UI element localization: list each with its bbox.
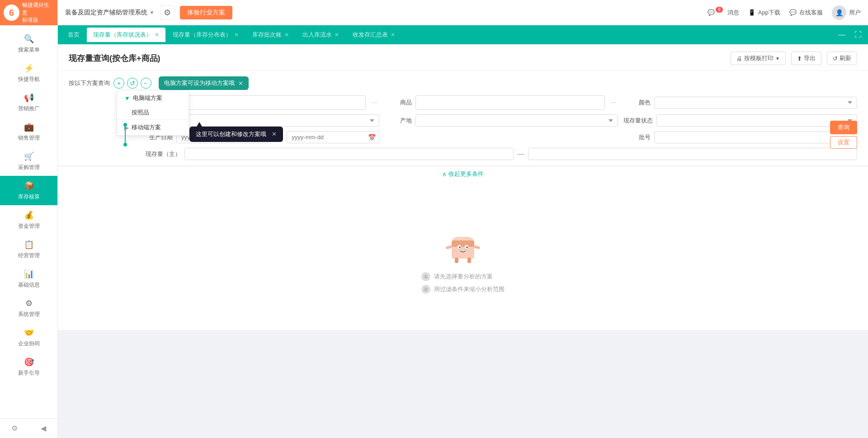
batch-input[interactable] (654, 131, 857, 143)
filter-field-batch: 批号 (623, 131, 857, 143)
page-title: 现存量查询(按仓库+商品) (69, 53, 160, 64)
product-dots-icon[interactable]: ··· (609, 99, 618, 107)
scheme-pc-item[interactable]: ▼ 电脑端方案 (117, 90, 189, 106)
date-to-input[interactable] (287, 131, 379, 143)
filter-field-status: 现存量状态 (623, 114, 857, 127)
tab-close-icon[interactable]: ✕ (155, 32, 159, 38)
export-label: 导出 (804, 54, 816, 62)
size-select[interactable] (176, 114, 379, 127)
basic-icon: 📊 (24, 268, 34, 279)
sidebar-item-operation[interactable]: 📋 经营管理 (0, 235, 57, 264)
tab-inventory-status[interactable]: 现存量（库存状况表） ✕ (87, 28, 165, 42)
sidebar-settings-button[interactable]: ⚙ (11, 424, 18, 433)
tab-minimize-button[interactable]: — (835, 28, 848, 41)
stock-to-input[interactable] (528, 148, 857, 160)
user-action[interactable]: 👤 用户 (832, 5, 861, 20)
tab-inventory-distribution[interactable]: 现存量（库存分布表） ✕ (166, 28, 245, 42)
scheme-edit-tooltip-close-button[interactable]: ✕ (272, 131, 277, 137)
sidebar-item-quicknav[interactable]: ⚡ 快捷导航 (0, 58, 57, 88)
tab-label: 出入库流水 (302, 31, 332, 39)
sidebar-item-cooperation[interactable]: 🤝 企业协同 (0, 323, 57, 352)
scheme-mobile-item[interactable]: ▶ 移动端方案 (117, 119, 189, 135)
sidebar-item-guide[interactable]: 🎯 新手引导 (0, 352, 57, 381)
online-support-action[interactable]: 💬 在线客服 (789, 9, 823, 17)
sidebar-item-label: 快捷导航 (18, 75, 40, 83)
export-button[interactable]: ⬆ 导出 (791, 52, 821, 65)
refresh-button[interactable]: ↺ 刷新 (827, 52, 857, 65)
calendar-to-icon[interactable]: 📅 (368, 134, 376, 141)
sidebar-item-label: 企业协同 (18, 340, 40, 348)
status-select[interactable] (656, 114, 857, 127)
search-button[interactable]: 查询 (830, 121, 857, 134)
set-button[interactable]: 设置 (830, 136, 857, 149)
scheme-tooltip-close-button[interactable]: ✕ (238, 80, 243, 87)
scheme-pc-sub-item[interactable]: 按照品 (117, 106, 189, 119)
print-button[interactable]: 🖨 按模板打印 ▼ (731, 52, 786, 65)
stock-main-label: 现存量（主） (146, 150, 181, 158)
message-label: 消息 (727, 9, 739, 17)
color-select[interactable] (654, 97, 857, 109)
page-actions: 🖨 按模板打印 ▼ ⬆ 导出 ↺ 刷新 (731, 52, 857, 65)
quicknav-icon: ⚡ (24, 63, 34, 74)
scheme-mobile-label: 移动端方案 (132, 123, 161, 132)
scheme-edit-tooltip-text: 这里可以创建和修改方案哦 (196, 131, 266, 137)
scheme-tooltip: 电脑方案可设为移动方案哦 ✕ (159, 76, 249, 90)
tab-inout-flow[interactable]: 出入库流水 ✕ (296, 28, 345, 42)
color-label: 颜色 (623, 99, 651, 107)
tab-close-icon[interactable]: ✕ (284, 32, 289, 38)
tab-close-icon[interactable]: ✕ (335, 32, 339, 38)
tab-close-icon[interactable]: ✕ (391, 32, 395, 38)
tab-label: 现存量（库存分布表） (173, 31, 231, 39)
sidebar-item-basic[interactable]: 📊 基础信息 (0, 264, 57, 293)
tab-label: 现存量（库存状况表） (93, 31, 152, 39)
page-area: 现存量查询(按仓库+商品) 🖨 按模板打印 ▼ ⬆ 导出 ↺ 刷新 (58, 44, 868, 438)
system-name-dropdown[interactable]: 装备及固定资产辅助管理系统 ▼ (65, 9, 155, 17)
empty-hint-1: ① 请先选择要分析的方案 (421, 272, 505, 281)
sidebar-item-finance[interactable]: 💰 资金管理 (0, 205, 57, 235)
sidebar-bottom: ⚙ ◀ (0, 418, 57, 438)
warehouse-input[interactable] (176, 95, 366, 110)
origin-select[interactable] (415, 114, 618, 127)
sidebar-item-marketing[interactable]: 📢 营销推广 (0, 88, 57, 117)
message-action[interactable]: 💬 8 消息 (708, 9, 739, 17)
tab-summary[interactable]: 收发存汇总表 ✕ (346, 28, 401, 42)
sidebar-item-search[interactable]: 🔍 搜索菜单 (0, 29, 57, 58)
message-icon: 💬 (708, 9, 715, 16)
industry-plan-button[interactable]: 体验行业方案 (180, 6, 232, 19)
product-input[interactable] (415, 95, 605, 110)
tab-maximize-button[interactable]: ⛶ (852, 28, 864, 41)
svg-rect-8 (455, 258, 458, 263)
svg-rect-7 (473, 245, 480, 249)
sidebar-item-purchase[interactable]: 🛒 采购管理 (0, 146, 57, 176)
tab-label: 库存批次账 (252, 31, 282, 39)
stock-from-input[interactable] (184, 148, 514, 160)
page-header: 现存量查询(按仓库+商品) 🖨 按模板打印 ▼ ⬆ 导出 ↺ 刷新 (58, 44, 868, 71)
tab-batch-account[interactable]: 库存批次账 ✕ (246, 28, 295, 42)
cooperation-icon: 🤝 (24, 327, 34, 338)
svg-rect-6 (445, 245, 452, 249)
filter-back-button[interactable]: ← (141, 78, 151, 89)
warehouse-dots-icon[interactable]: ··· (369, 99, 379, 107)
sidebar-item-inventory[interactable]: 📦 库存核算 (0, 176, 57, 205)
svg-rect-1 (452, 240, 474, 247)
app-download-action[interactable]: 📱 App下载 (748, 9, 780, 17)
sidebar-item-label: 营销推广 (18, 105, 40, 113)
sidebar-item-system[interactable]: ⚙ 系统管理 (0, 293, 57, 323)
tab-close-icon[interactable]: ✕ (234, 32, 239, 38)
sidebar-item-sales[interactable]: 💼 销售管理 (0, 117, 57, 146)
chevron-up-icon: ∧ (442, 171, 447, 178)
stock-dash: — (517, 150, 524, 158)
filter-refresh-button[interactable]: ↺ (127, 78, 138, 89)
header-settings-button[interactable]: ⚙ (160, 5, 175, 20)
sidebar-collapse-button[interactable]: ◀ (41, 424, 46, 433)
filter-add-button[interactable]: + (113, 78, 124, 89)
collapse-bar[interactable]: ∧ 收起更多条件 (58, 166, 868, 182)
guide-icon: 🎯 (24, 357, 34, 367)
scheme-expand-icon: ▼ (124, 95, 130, 102)
tab-home[interactable]: 首页 (61, 28, 86, 42)
sales-icon: 💼 (24, 122, 34, 132)
refresh-small-icon: ↺ (130, 80, 135, 87)
collapse-label: 收起更多条件 (448, 170, 484, 178)
sidebar-item-label: 搜索菜单 (18, 46, 40, 54)
sidebar-item-label: 库存核算 (18, 193, 40, 201)
